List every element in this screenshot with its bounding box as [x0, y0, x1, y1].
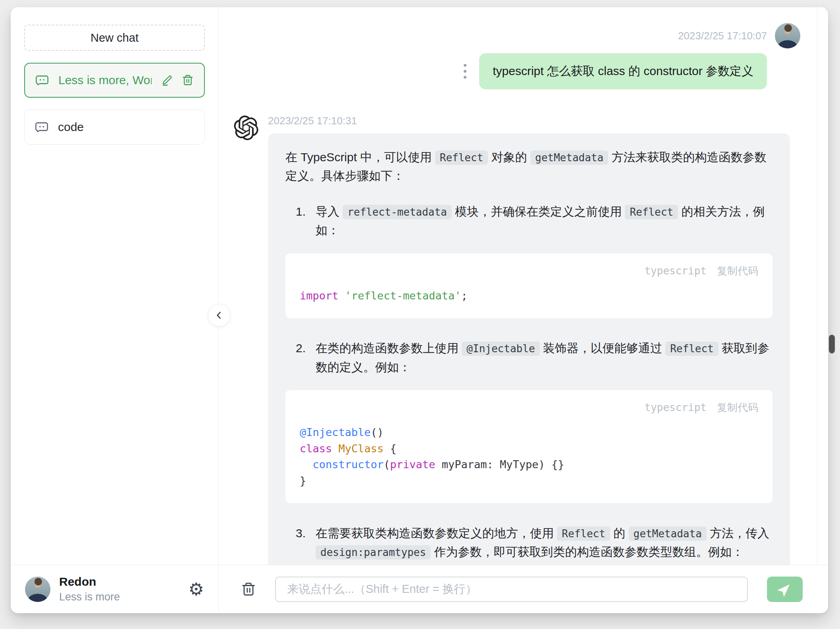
user-message: 2023/2/25 17:10:07 typescript 怎么获取 class… [234, 23, 800, 89]
sidebar-item-conversation-active[interactable]: Less is more, Wor... [24, 63, 205, 98]
text-segment: 模块，并确保在类定义之前使用 [452, 205, 625, 218]
settings-gear-icon[interactable]: ⚙ [189, 581, 204, 598]
assistant-list-item: 2.在类的构造函数参数上使用 @Injectable 装饰器，以便能够通过 Re… [296, 339, 773, 376]
inline-code: design:paramtypes [316, 545, 431, 560]
app-window: New chat Less is more, Wor... [11, 7, 828, 613]
list-number: 1. [296, 202, 316, 240]
message-menu-icon[interactable] [462, 62, 468, 80]
text-segment: 在 TypeScript 中，可以使用 [285, 150, 435, 164]
edit-icon[interactable] [161, 74, 173, 86]
inline-code: Reflect [665, 342, 719, 356]
message-input[interactable] [275, 577, 748, 602]
send-plane-icon [776, 581, 793, 598]
user-subtitle: Less is more [59, 590, 180, 604]
delete-conversation-icon[interactable] [182, 74, 194, 86]
code-content: @Injectable() class MyClass { constructo… [300, 424, 758, 489]
clear-chat-trash-icon[interactable] [241, 582, 256, 597]
sidebar-footer: Redon Less is more ⚙ [11, 565, 219, 613]
inline-code: Reflect [435, 150, 488, 165]
chatgpt-logo-icon [234, 116, 258, 140]
text-segment: 在需要获取类构造函数参数定义的地方，使用 [316, 527, 557, 540]
new-chat-button[interactable]: New chat [24, 25, 205, 51]
sidebar: New chat Less is more, Wor... [11, 7, 219, 565]
chat-area: 2023/2/25 17:10:07 typescript 怎么获取 class… [219, 7, 828, 565]
user-message-bubble: typescript 怎么获取 class 的 constructor 参数定义 [479, 53, 767, 89]
inline-code: getMetadata [530, 150, 608, 165]
user-avatar [775, 23, 800, 48]
text-segment: 在类的构造函数参数上使用 [316, 342, 462, 355]
sidebar-item-conversation[interactable]: code [24, 110, 205, 145]
code-content: import 'reflect-metadata'; [300, 288, 758, 304]
inline-code: @Injectable [462, 342, 539, 356]
chevron-left-icon [214, 310, 224, 320]
text-segment: 的 [610, 527, 629, 540]
message-timestamp: 2023/2/25 17:10:31 [268, 115, 357, 127]
text-segment: 导入 [316, 205, 343, 218]
composer-bar [219, 565, 828, 613]
conversation-title: Less is more, Wor... [58, 73, 152, 87]
text-segment: 装饰器，以便能够通过 [540, 342, 666, 355]
code-block: typescript复制代码import 'reflect-metadata'; [285, 253, 773, 318]
chat-scroll-track [817, 7, 817, 565]
assistant-message: 2023/2/25 17:10:31 在 TypeScript 中，可以使用 R… [234, 115, 800, 565]
inline-code: Reflect [625, 205, 678, 219]
assistant-list-item: 3.在需要获取类构造函数参数定义的地方，使用 Reflect 的 getMeta… [296, 524, 773, 561]
send-button[interactable] [767, 577, 803, 602]
user-avatar [25, 577, 50, 602]
inline-code: getMetadata [629, 527, 707, 541]
list-number: 3. [296, 524, 316, 561]
message-timestamp: 2023/2/25 17:10:07 [678, 30, 767, 42]
collapse-sidebar-button[interactable] [208, 304, 230, 326]
copy-code-button[interactable]: 复制代码 [717, 399, 758, 416]
inline-code: reflect-metadata [343, 205, 451, 219]
code-language-label: typescript [644, 399, 707, 416]
chat-bubble-icon [35, 73, 49, 87]
text-segment: 对象的 [488, 150, 530, 164]
inline-code: Reflect [557, 527, 610, 541]
text-segment: 作为参数，即可获取到类的构造函数参数类型数组。例如： [431, 545, 744, 558]
text-segment: 方法，传入 [707, 527, 769, 540]
window-scrollbar-thumb[interactable] [829, 335, 835, 353]
chat-bubble-icon [35, 120, 48, 134]
list-number: 2. [296, 339, 316, 376]
code-language-label: typescript [644, 263, 707, 279]
user-name: Redon [59, 574, 180, 589]
assistant-paragraph: 在 TypeScript 中，可以使用 Reflect 对象的 getMetad… [285, 148, 773, 185]
copy-code-button[interactable]: 复制代码 [717, 263, 758, 279]
assistant-message-bubble: 在 TypeScript 中，可以使用 Reflect 对象的 getMetad… [268, 133, 790, 565]
assistant-list-item: 1.导入 reflect-metadata 模块，并确保在类定义之前使用 Ref… [296, 202, 773, 240]
conversation-title: code [58, 120, 194, 134]
code-block: typescript复制代码@Injectable() class MyClas… [285, 390, 773, 503]
message-list: 2023/2/25 17:10:07 typescript 怎么获取 class… [219, 7, 828, 565]
